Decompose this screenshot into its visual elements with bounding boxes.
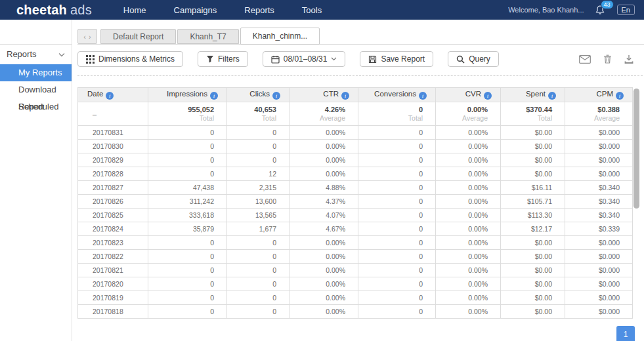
table-cell: $0.000: [565, 236, 633, 250]
table-cell: 0.00%: [290, 167, 358, 181]
table-cell: 4.07%: [290, 209, 358, 222]
sidebar-item-download-report[interactable]: Download Report: [0, 81, 72, 98]
table-cell: 20170829: [78, 153, 148, 167]
chevron-down-icon: [58, 52, 65, 57]
save-report-button[interactable]: Save Report: [360, 51, 433, 67]
filters-button[interactable]: Filters: [198, 51, 248, 67]
table-cell: 4.88%: [290, 181, 358, 195]
main-content: ‹ › Default Report Khanh_T7 Khanh_chinm.…: [72, 20, 644, 341]
table-cell: $0.000: [565, 291, 633, 305]
query-button[interactable]: Query: [448, 51, 499, 67]
user-menu[interactable]: Welcome, Bao Khanh...: [508, 6, 584, 14]
table-cell: 0: [358, 250, 436, 264]
language-selector[interactable]: En: [617, 5, 635, 15]
vertical-scrollbar-thumb[interactable]: [633, 89, 639, 209]
info-icon[interactable]: [210, 92, 218, 100]
table-cell: 0: [358, 236, 436, 250]
table-cell: 0: [358, 264, 436, 277]
table-cell: 0.00%: [436, 195, 501, 209]
table-row: 20170825333,61813,5654.07%00.00%$113.30$…: [78, 209, 633, 222]
col-header-cvr: CVR: [436, 88, 501, 102]
table-cell: $0.00: [501, 305, 565, 319]
col-header-conversions: Conversions: [358, 88, 436, 102]
sidebar-item-my-reports[interactable]: My Reports: [0, 64, 72, 81]
table-row: 20170822000.00%00.00%$0.00$0.000: [78, 250, 633, 264]
table-cell: 20170823: [78, 236, 148, 250]
mail-report-button[interactable]: [579, 55, 591, 64]
sidebar-group-label: Reports: [7, 45, 37, 64]
toolbar-divider: [77, 75, 643, 76]
brand-bold: cheetah: [16, 3, 67, 17]
table-cell: 20170831: [78, 126, 148, 140]
table-row: 20170830000.00%00.00%$0.00$0.000: [78, 140, 633, 153]
table-row: 2017082747,4382,3154.88%00.00%$16.11$0.3…: [78, 181, 633, 195]
table-row: 20170819000.00%00.00%$0.00$0.000: [78, 291, 633, 305]
delete-report-button[interactable]: [603, 54, 612, 64]
info-icon[interactable]: [341, 92, 349, 100]
table-cell: 20170827: [78, 181, 148, 195]
pagination-page-1[interactable]: 1: [616, 326, 635, 341]
table-cell: 0.00%: [290, 126, 358, 140]
table-row: 20170831000.00%00.00%$0.00$0.000: [78, 126, 633, 140]
table-cell: $0.00: [501, 236, 565, 250]
info-icon[interactable]: [548, 92, 556, 100]
sidebar-item-scheduled[interactable]: Scheduled: [0, 98, 72, 115]
table-cell: 0.00%: [290, 236, 358, 250]
sidebar-group-reports[interactable]: Reports: [0, 45, 72, 64]
tab-khanh-chinm[interactable]: Khanh_chinm...: [240, 28, 320, 45]
table-cell: 0: [148, 140, 227, 153]
table-cell: 0: [358, 181, 436, 195]
tab-default-report[interactable]: Default Report: [100, 29, 176, 44]
table-cell: 0: [358, 209, 436, 222]
nav-reports[interactable]: Reports: [244, 5, 274, 15]
col-header-impressions: Impressions: [148, 88, 227, 102]
table-cell: 20170828: [78, 167, 148, 181]
report-table: Date Impressions Clicks CTR Conversions …: [77, 87, 633, 319]
table-cell: 0: [358, 153, 436, 167]
info-icon[interactable]: [484, 92, 492, 100]
table-cell: 333,618: [148, 209, 227, 222]
table-cell: $0.00: [501, 250, 565, 264]
info-icon[interactable]: [272, 92, 280, 100]
summary-cell: 0Total: [358, 102, 436, 126]
table-cell: $0.000: [565, 250, 633, 264]
envelope-icon: [579, 55, 591, 64]
table-cell: 0: [148, 277, 227, 291]
download-report-button[interactable]: [624, 54, 633, 64]
tab-scroll-arrows[interactable]: ‹ ›: [77, 29, 97, 44]
notifications-button[interactable]: 43: [595, 5, 605, 15]
table-header: Date Impressions Clicks CTR Conversions …: [78, 88, 633, 102]
table-cell: 0: [358, 222, 436, 236]
table-cell: 0: [358, 305, 436, 319]
info-icon[interactable]: [106, 92, 114, 100]
tab-scroll-right-icon[interactable]: ›: [89, 33, 91, 41]
table-cell: 20170822: [78, 250, 148, 264]
summary-cell: 40,653Total: [227, 102, 290, 126]
table-cell: 0: [227, 126, 290, 140]
table-cell: 0: [227, 236, 290, 250]
col-label: Clicks: [249, 90, 270, 98]
nav-tools[interactable]: Tools: [302, 5, 322, 15]
table-cell: 12: [227, 167, 290, 181]
table-cell: $0.000: [565, 277, 633, 291]
nav-home[interactable]: Home: [123, 5, 146, 15]
summary-cell: 4.26%Average: [290, 102, 358, 126]
table-cell: 0.00%: [290, 291, 358, 305]
nav-menu: Home Campaigns Reports Tools: [123, 5, 349, 15]
brand-logo[interactable]: cheetahads: [16, 3, 92, 18]
tab-khanh-t7[interactable]: Khanh_T7: [177, 29, 238, 44]
table-cell: $0.000: [565, 126, 633, 140]
col-label: CTR: [323, 90, 339, 98]
table-cell: 0.00%: [436, 209, 501, 222]
table-cell: 0: [358, 140, 436, 153]
col-label: Impressions: [167, 90, 207, 98]
table-cell: 0.00%: [436, 305, 501, 319]
table-cell: 13,600: [227, 195, 290, 209]
info-icon[interactable]: [616, 92, 624, 100]
info-icon[interactable]: [419, 92, 427, 100]
date-range-button[interactable]: 08/01–08/31: [263, 51, 346, 67]
dimensions-metrics-button[interactable]: Dimensions & Metrics: [77, 51, 183, 67]
table-cell: 0: [227, 250, 290, 264]
nav-campaigns[interactable]: Campaigns: [174, 5, 217, 15]
tab-scroll-left-icon[interactable]: ‹: [83, 33, 86, 41]
